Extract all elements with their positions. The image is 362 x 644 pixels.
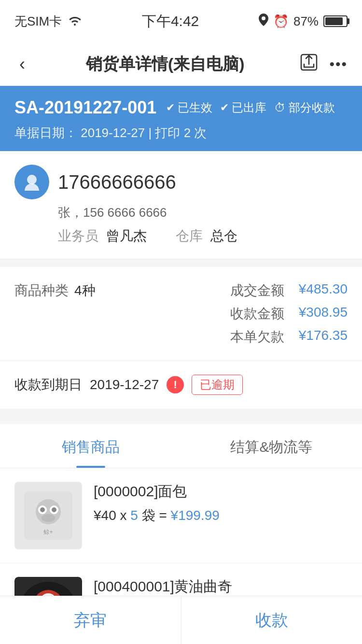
status-time: 下午4:42	[142, 12, 199, 31]
order-id: SA-20191227-001	[14, 98, 156, 118]
alarm-icon: ⏰	[273, 14, 289, 29]
svg-text:鲸+: 鲸+	[43, 529, 53, 535]
product-tabs: 销售商品 结算&物流等	[0, 424, 362, 468]
product-total-1: ¥199.99	[171, 508, 220, 523]
status-right: ⏰ 87%	[259, 14, 348, 29]
page-title: 销货单详情(来自电脑)	[86, 53, 245, 75]
product-thumbnail-1: 鲸+	[14, 482, 82, 549]
share-icon[interactable]	[300, 54, 318, 75]
category-label: 商品种类	[14, 281, 69, 300]
product-name-2: [000400001]黄油曲奇	[94, 577, 348, 597]
battery-icon	[323, 15, 348, 27]
svg-point-6	[40, 507, 45, 512]
due-date-value: 2019-12-27	[90, 377, 159, 392]
bottom-action-bar: 弃审 收款	[0, 596, 362, 644]
product-price-1: ¥40 x 5 袋 = ¥199.99	[94, 506, 348, 525]
status-bar: 无SIM卡 下午4:42 ⏰ 87%	[0, 0, 362, 42]
order-header-banner: SA-20191227-001 ✔ 已生效 ✔ 已出库 ⏱ 部分收款 单据日期：…	[0, 86, 362, 151]
deal-amount-label: 成交金额	[230, 281, 284, 300]
warehouse-value: 总仓	[210, 227, 237, 245]
collect-payment-button[interactable]: 收款	[181, 596, 362, 644]
svg-point-1	[27, 175, 37, 184]
svg-point-7	[52, 507, 56, 512]
battery-percent: 87%	[293, 14, 319, 29]
due-date-label: 收款到期日	[14, 376, 82, 394]
category-value: 4种	[74, 281, 96, 300]
salesperson-label: 业务员	[58, 227, 98, 245]
product-qty-1: 5	[130, 508, 138, 523]
check-icon-2: ✔	[220, 101, 229, 114]
collected-label: 收款金额	[230, 305, 284, 323]
warehouse-label: 仓库	[176, 227, 203, 245]
carrier-text: 无SIM卡	[14, 13, 62, 30]
customer-section: 17666666666 张，156 6666 6666 业务员 曾凡杰 仓库 总…	[0, 151, 362, 259]
owed-label: 本单欠款	[230, 328, 284, 346]
svg-point-8	[42, 514, 55, 522]
list-item: 鲸+ [0000002]面包 ¥40 x 5 袋 = ¥199.99	[0, 468, 362, 563]
divider-1	[0, 259, 362, 267]
back-button[interactable]: ‹	[14, 49, 30, 79]
order-date-info: 单据日期： 2019-12-27 | 打印 2 次	[14, 125, 348, 141]
tab-settlement-logistics[interactable]: 结算&物流等	[181, 424, 362, 468]
badge-partial-payment: ⏱ 部分收款	[274, 100, 335, 115]
tab-sales-products[interactable]: 销售商品	[0, 424, 181, 468]
customer-avatar	[14, 165, 49, 199]
order-summary: 商品种类 4种 成交金额 ¥485.30 收款金额 ¥308.95 本单欠款 ¥…	[0, 267, 362, 361]
customer-name: 张，156 6666 6666	[58, 204, 348, 221]
wifi-icon	[68, 14, 82, 29]
owed-value: ¥176.35	[299, 328, 348, 346]
order-badges: ✔ 已生效 ✔ 已出库 ⏱ 部分收款	[166, 100, 335, 115]
status-left: 无SIM卡	[14, 13, 82, 30]
cancel-review-button[interactable]: 弃审	[0, 596, 181, 644]
due-date-section: 收款到期日 2019-12-27 ! 已逾期	[0, 361, 362, 408]
nav-bar: ‹ 销货单详情(来自电脑) •••	[0, 42, 362, 86]
badge-effective: ✔ 已生效	[166, 100, 212, 115]
customer-phone: 17666666666	[58, 171, 176, 193]
customer-meta: 业务员 曾凡杰 仓库 总仓	[58, 227, 348, 245]
product-name-1: [0000002]面包	[94, 482, 348, 502]
badge-shipped: ✔ 已出库	[220, 100, 266, 115]
salesperson-value: 曾凡杰	[106, 227, 147, 245]
product-info-1: [0000002]面包 ¥40 x 5 袋 = ¥199.99	[94, 482, 348, 549]
deal-amount-value: ¥485.30	[299, 281, 348, 300]
nav-actions: •••	[300, 54, 348, 75]
clock-icon: ⏱	[274, 101, 286, 114]
divider-2	[0, 408, 362, 416]
overdue-warning-icon: !	[167, 376, 184, 393]
location-icon	[259, 14, 268, 29]
collected-value: ¥308.95	[299, 305, 348, 323]
check-icon: ✔	[166, 101, 175, 114]
more-icon[interactable]: •••	[329, 56, 348, 72]
overdue-badge: 已逾期	[192, 375, 243, 395]
